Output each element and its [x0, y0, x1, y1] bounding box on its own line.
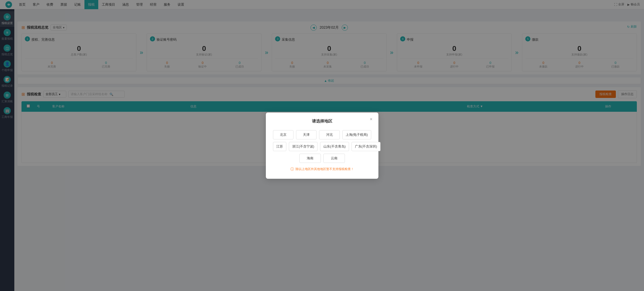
region-row1: 北京 天津 河北 上海(电子税局) [273, 130, 371, 139]
region-shanghai[interactable]: 上海(电子税局) [342, 130, 371, 139]
modal-overlay[interactable]: × 请选择地区 北京 天津 河北 上海(电子税局) 江苏 浙江(不含宁波) 山东… [0, 0, 644, 291]
modal-close-button[interactable]: × [368, 116, 374, 122]
region-jiangsu[interactable]: 江苏 [273, 142, 286, 151]
region-yunnan[interactable]: 云南 [323, 154, 345, 163]
region-beijing[interactable]: 北京 [273, 130, 293, 139]
region-row3: 海南 云南 [273, 154, 371, 163]
region-hainan[interactable]: 海南 [299, 154, 321, 163]
region-hebei[interactable]: 河北 [319, 130, 340, 139]
region-zhejiang[interactable]: 浙江(不含宁波) [289, 142, 318, 151]
modal-warning: ⓘ 除以上地区外其他地区暂不支持报税检查！ [273, 167, 371, 172]
region-select-modal: × 请选择地区 北京 天津 河北 上海(电子税局) 江苏 浙江(不含宁波) 山东… [266, 113, 378, 179]
region-shandong[interactable]: 山东(不含青岛) [320, 142, 349, 151]
warning-icon: ⓘ [290, 167, 294, 172]
region-guangdong[interactable]: 广东(不含深圳) [352, 142, 380, 151]
region-tianjin[interactable]: 天津 [296, 130, 316, 139]
modal-title: 请选择地区 [273, 119, 371, 124]
warning-text: 除以上地区外其他地区暂不支持报税检查！ [296, 167, 354, 171]
region-row2: 江苏 浙江(不含宁波) 山东(不含青岛) 广东(不含深圳) [273, 142, 371, 151]
